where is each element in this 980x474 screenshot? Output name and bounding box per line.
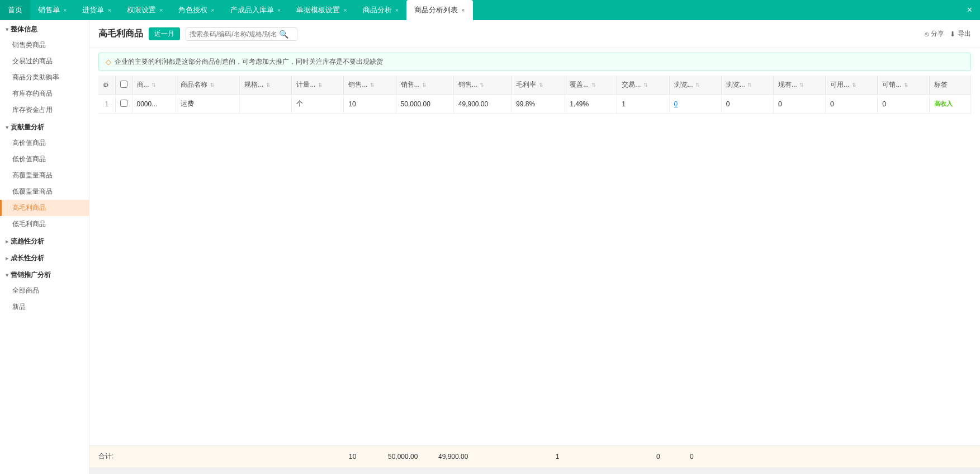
footer-cell-14: 0 — [652, 453, 685, 461]
close-tab-icon-1[interactable]: × — [63, 7, 67, 13]
table-row: 10000...运费个1050,000.0049,900.0099.8%1.49… — [98, 95, 971, 114]
sidebar-item-1-3[interactable]: 低覆盖量商品 — [0, 184, 89, 200]
sidebar-section-1[interactable]: ▾贡献量分析 — [0, 118, 89, 135]
sidebar-item-1-1[interactable]: 低价值商品 — [0, 151, 89, 167]
cell-checkbox-0 — [115, 95, 132, 114]
sort-icon-sellable: ⇅ — [902, 82, 908, 88]
cell-gross_rate-0: 99.8% — [512, 95, 565, 114]
sort-icon-code: ⇅ — [150, 82, 157, 88]
nav-tab-7[interactable]: 商品分析× — [355, 0, 406, 20]
col-header-settings: ⚙ — [98, 76, 115, 95]
col-header-sales_cost[interactable]: 销售... ⇅ — [453, 76, 511, 95]
share-button[interactable]: ⎋ 分享 — [925, 29, 944, 39]
close-tab-icon-2[interactable]: × — [107, 7, 111, 13]
col-header-code[interactable]: 商... ⇅ — [132, 76, 176, 95]
col-header-current_stock[interactable]: 现有... ⇅ — [773, 76, 825, 95]
sidebar-section-3[interactable]: ▸成长性分析 — [0, 249, 89, 266]
settings-icon[interactable]: ⚙ — [103, 81, 109, 89]
cell-sales_cost-0: 49,900.00 — [453, 95, 511, 114]
share-icon: ⎋ — [925, 30, 929, 38]
sidebar-item-1-5[interactable]: 低毛利商品 — [0, 216, 89, 232]
sort-icon-gross_rate: ⇅ — [537, 82, 543, 88]
section-arrow-icon-0: ▾ — [6, 26, 8, 32]
col-header-unit[interactable]: 计量... ⇅ — [292, 76, 344, 95]
cell-sales_qty-0: 10 — [344, 95, 396, 114]
sort-icon-sales_qty: ⇅ — [368, 82, 375, 88]
sidebar-section-2[interactable]: ▸流趋性分析 — [0, 232, 89, 249]
col-header-sellable[interactable]: 可销... ⇅ — [878, 76, 930, 95]
col-header-available[interactable]: 可用... ⇅ — [826, 76, 878, 95]
nav-tab-5[interactable]: 产成品入库单× — [222, 0, 288, 20]
col-header-spec[interactable]: 规格... ⇅ — [239, 76, 291, 95]
close-tab-icon-7[interactable]: × — [395, 7, 399, 13]
sort-icon-name: ⇅ — [209, 82, 215, 88]
sort-icon-transactions: ⇅ — [642, 82, 648, 88]
nav-tab-8[interactable]: 商品分析列表× — [406, 0, 472, 20]
browse1-link[interactable]: 0 — [674, 100, 678, 108]
sidebar-item-4-1[interactable]: 新品 — [0, 299, 89, 315]
close-tab-icon-5[interactable]: × — [277, 7, 281, 13]
sort-icon-spec: ⇅ — [264, 82, 271, 88]
sidebar-item-0-0[interactable]: 销售类商品 — [0, 37, 89, 53]
header-actions: ⎋ 分享 ⬇ 导出 — [925, 29, 971, 39]
cell-no-0: 1 — [98, 95, 115, 114]
cell-current_stock-0: 0 — [773, 95, 825, 114]
sort-icon-browse1: ⇅ — [694, 82, 700, 88]
close-tab-icon-6[interactable]: × — [343, 7, 347, 13]
content-header: 高毛利商品 近一月 🔍 ⎋ 分享 ⬇ 导出 — [89, 20, 980, 48]
search-input[interactable] — [190, 30, 279, 38]
col-header-checkbox — [115, 76, 132, 95]
cell-name-0: 运费 — [176, 95, 240, 114]
nav-tab-3[interactable]: 权限设置× — [119, 0, 171, 20]
footer-cell-11: 1 — [551, 453, 585, 461]
main-layout: ▾整体信息销售类商品交易过的商品商品分类助购率有库存的商品库存资金占用▾贡献量分… — [0, 20, 980, 474]
footer-cell-6: 10 — [344, 453, 384, 461]
sidebar-item-1-2[interactable]: 高覆盖量商品 — [0, 167, 89, 184]
col-header-sales_qty[interactable]: 销售... ⇅ — [344, 76, 396, 95]
cell-browse1-0: 0 — [669, 95, 721, 114]
nav-tab-1[interactable]: 销售单× — [30, 0, 74, 20]
filter-recent-month-button[interactable]: 近一月 — [149, 27, 180, 40]
sidebar-item-0-4[interactable]: 库存资金占用 — [0, 102, 89, 118]
bottom-scrollbar[interactable] — [89, 467, 980, 474]
close-all-tabs-button[interactable]: × — [959, 0, 980, 20]
cell-available-0: 0 — [826, 95, 878, 114]
footer-label: 合计: — [98, 452, 132, 461]
cell-transactions-0: 1 — [617, 95, 669, 114]
nav-tab-0[interactable]: 首页 — [0, 0, 30, 20]
sidebar-section-4[interactable]: ▾营销推广分析 — [0, 266, 89, 283]
cell-spec-0 — [239, 95, 291, 114]
page-title: 高毛利商品 — [98, 28, 143, 40]
col-header-coverage[interactable]: 覆盖... ⇅ — [565, 76, 617, 95]
col-header-browse1[interactable]: 浏览... ⇅ — [669, 76, 721, 95]
sidebar-item-1-0[interactable]: 高价值商品 — [0, 135, 89, 151]
data-table: ⚙商... ⇅商品名称 ⇅规格... ⇅计量... ⇅销售... ⇅销售... … — [98, 76, 971, 114]
col-header-sales_amt[interactable]: 销售... ⇅ — [396, 76, 453, 95]
col-header-browse2[interactable]: 浏览... ⇅ — [721, 76, 773, 95]
close-tab-icon-8[interactable]: × — [461, 7, 465, 13]
sidebar-section-0[interactable]: ▾整体信息 — [0, 20, 89, 37]
col-header-name[interactable]: 商品名称 ⇅ — [176, 76, 240, 95]
nav-tab-6[interactable]: 单据模板设置× — [288, 0, 354, 20]
section-arrow-icon-1: ▾ — [6, 124, 8, 130]
sidebar-item-1-4[interactable]: 高毛利商品 — [0, 200, 89, 216]
nav-tab-2[interactable]: 进货单× — [74, 0, 119, 20]
export-button[interactable]: ⬇ 导出 — [950, 29, 971, 39]
sidebar-item-0-1[interactable]: 交易过的商品 — [0, 53, 89, 69]
sidebar-item-0-2[interactable]: 商品分类助购率 — [0, 69, 89, 86]
section-arrow-icon-3: ▸ — [6, 255, 8, 261]
row-checkbox-0[interactable] — [120, 100, 127, 107]
col-header-transactions[interactable]: 交易... ⇅ — [617, 76, 669, 95]
nav-tab-4[interactable]: 角色授权× — [171, 0, 222, 20]
select-all-checkbox[interactable] — [120, 81, 127, 88]
data-table-wrap: ⚙商... ⇅商品名称 ⇅规格... ⇅计量... ⇅销售... ⇅销售... … — [89, 76, 980, 445]
close-tab-icon-4[interactable]: × — [211, 7, 214, 13]
sidebar-item-4-0[interactable]: 全部商品 — [0, 283, 89, 299]
footer-cell-8: 49,900.00 — [434, 453, 484, 461]
cell-sellable-0: 0 — [878, 95, 930, 114]
cell-sales_amt-0: 50,000.00 — [396, 95, 453, 114]
sidebar-item-0-3[interactable]: 有库存的商品 — [0, 86, 89, 102]
close-tab-icon-3[interactable]: × — [159, 7, 163, 13]
search-icon[interactable]: 🔍 — [279, 30, 288, 39]
col-header-gross_rate[interactable]: 毛利率 ⇅ — [512, 76, 565, 95]
